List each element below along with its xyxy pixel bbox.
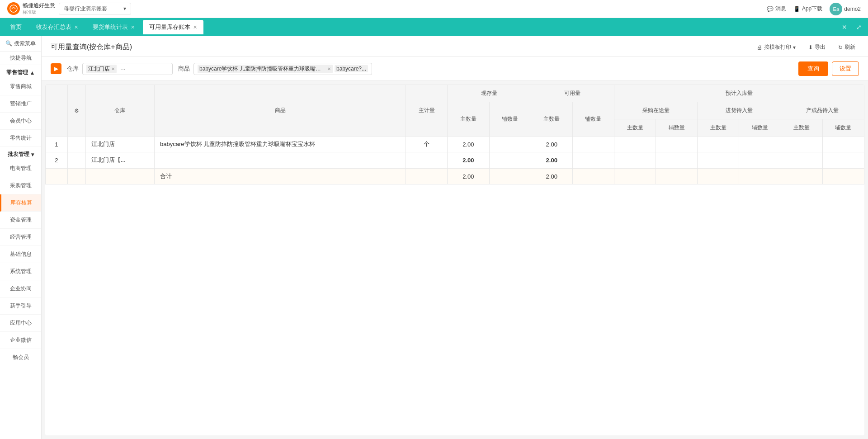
search-icon: 🔍 <box>5 40 12 47</box>
sidebar-item-marketing[interactable]: 营销推广 <box>0 95 41 113</box>
cell-avail-aux <box>572 152 614 169</box>
sidebar-item-label: 库存核算 <box>10 199 32 207</box>
sidebar-quicknav-label: 快捷导航 <box>10 55 32 61</box>
footer-pur-transit-main <box>614 168 656 184</box>
tab-shoufacun[interactable]: 收发存汇总表 ✕ <box>30 20 85 34</box>
query-button[interactable]: 查询 <box>798 61 828 76</box>
sidebar-item-finance[interactable]: 资金管理 <box>0 212 41 229</box>
product-input[interactable]: babycare学饮杯 儿童防摔防撞吸管杯重力球吸嘴杯宝宝水杯 ✕ babyca… <box>193 63 372 75</box>
sidebar-item-retail-stats[interactable]: 零售统计 <box>0 130 41 147</box>
sidebar-item-weixin[interactable]: 企业微信 <box>0 332 41 349</box>
more-options-icon[interactable]: ··· <box>118 65 127 72</box>
sidebar-item-label: 应用中心 <box>10 319 32 327</box>
sidebar-item-new-guide[interactable]: 新手引导 <box>0 297 41 315</box>
footer-empty <box>406 168 448 184</box>
th-main-unit: 主计量 <box>406 85 448 137</box>
filter-actions: 查询 设置 <box>798 61 859 76</box>
cell-product <box>155 152 406 169</box>
cell-product-pending-aux <box>822 152 864 169</box>
cell-pur-transit-aux <box>656 152 698 169</box>
sidebar-item-inventory[interactable]: 库存核算 <box>0 194 41 212</box>
cell-stock-main: 2.00 <box>448 137 489 152</box>
tab-yaohuo[interactable]: 要货单统计表 ✕ <box>86 20 141 34</box>
inventory-table: ⚙ 仓库 商品 主计量 现存量 可用量 预计入库量 主数量 辅数量 主数量 辅数… <box>45 85 864 184</box>
sidebar-item-ecommerce[interactable]: 电商管理 <box>0 160 41 177</box>
svg-point-0 <box>10 5 17 12</box>
app-download-action[interactable]: 📱 App下载 <box>793 5 822 13</box>
sidebar-quicknav[interactable]: 快捷导航 <box>0 52 41 65</box>
export-btn[interactable]: ⬇ 导出 <box>805 42 829 53</box>
table-container: ⚙ 仓库 商品 主计量 现存量 可用量 预计入库量 主数量 辅数量 主数量 辅数… <box>45 85 864 435</box>
sidebar: 🔍 搜索菜单 快捷导航 零售管理 ▲ 零售商城 营销推广 会员中心 零售统计 批… <box>0 36 42 439</box>
logo-area: 畅捷通好生意 标准版 <box>7 2 55 15</box>
th-seq <box>46 85 68 137</box>
product-tag-1: babycare学饮杯 儿童防摔防撞吸管杯重力球吸嘴杯宝宝水杯 ✕ <box>198 65 333 73</box>
sidebar-item-app-center[interactable]: 应用中心 <box>0 315 41 332</box>
top-header: 畅捷通好生意 标准版 母婴行业演示账套 ▾ 💬 消息 📱 App下载 Ea de… <box>0 0 868 18</box>
tab-keyongliang[interactable]: 可用量库存账本 ✕ <box>143 20 203 34</box>
th-settings[interactable]: ⚙ <box>67 85 85 137</box>
user-action[interactable]: Ea demo2 <box>830 3 861 15</box>
sidebar-item-purchase[interactable]: 采购管理 <box>0 177 41 194</box>
th-product-pending-aux: 辅数量 <box>822 119 864 137</box>
close-window-btn[interactable]: ✕ <box>839 23 850 32</box>
sidebar-item-label: 资金管理 <box>10 216 32 224</box>
sidebar-item-member[interactable]: 会员中心 <box>0 113 41 130</box>
chevron-down-icon: ▾ <box>793 44 796 51</box>
message-action[interactable]: 💬 消息 <box>767 5 786 13</box>
nav-tabs-bar: 首页 收发存汇总表 ✕ 要货单统计表 ✕ 可用量库存账本 ✕ ✕ ⤢ <box>0 18 868 36</box>
remove-tag-btn[interactable]: ✕ <box>111 66 115 71</box>
warehouse-input[interactable]: 江北门店 ✕ ··· <box>82 63 173 75</box>
footer-empty <box>46 168 68 184</box>
close-icon[interactable]: ✕ <box>131 24 135 30</box>
table-row: 1 江北门店 babycare学饮杯 儿童防摔防撞吸管杯重力球吸嘴杯宝宝水杯 个… <box>46 137 864 152</box>
cell-unit <box>406 152 448 169</box>
filter-toggle-btn[interactable]: ▶ <box>51 63 61 74</box>
sidebar-item-wholesale-mgmt[interactable]: 批发管理 ▾ <box>0 147 41 160</box>
close-icon[interactable]: ✕ <box>74 24 78 30</box>
sidebar-item-retail-mall[interactable]: 零售商城 <box>0 78 41 95</box>
sidebar-item-operations[interactable]: 经营管理 <box>0 229 41 246</box>
sidebar-search[interactable]: 🔍 搜索菜单 <box>0 36 41 52</box>
sidebar-item-label: 批发管理 <box>8 151 29 158</box>
nav-right-controls: ✕ ⤢ <box>839 23 864 32</box>
tab-shoufacun-label: 收发存汇总表 <box>36 23 71 31</box>
cell-stock-aux <box>489 137 531 152</box>
th-stock-aux: 辅数量 <box>489 102 531 137</box>
print-template-btn[interactable]: 🖨 按模板打印 ▾ <box>753 42 799 53</box>
cell-pur-transit-main <box>614 152 656 169</box>
sidebar-item-label: 零售商城 <box>10 83 32 90</box>
industry-selector[interactable]: 母婴行业演示账套 ▾ <box>59 3 131 15</box>
sidebar-search-label: 搜索菜单 <box>14 40 36 47</box>
th-forecast-in: 预计入库量 <box>614 85 864 102</box>
cell-stock-main: 2.00 <box>448 152 489 169</box>
cell-unit: 个 <box>406 137 448 152</box>
footer-avail-aux <box>572 168 614 184</box>
footer-label: 合计 <box>155 168 406 184</box>
settings-button[interactable]: 设置 <box>832 61 859 76</box>
sidebar-item-enterprise[interactable]: 企业协同 <box>0 280 41 297</box>
tab-home[interactable]: 首页 <box>4 23 28 31</box>
footer-stock-main: 2.00 <box>448 168 489 184</box>
tab-yaohuo-label: 要货单统计表 <box>93 23 128 31</box>
sidebar-item-label: 采购管理 <box>10 182 32 189</box>
cell-settings <box>67 152 85 169</box>
close-icon[interactable]: ✕ <box>193 24 197 30</box>
sidebar-item-vip[interactable]: 畅会员 <box>0 349 41 366</box>
sidebar-item-retail-mgmt[interactable]: 零售管理 ▲ <box>0 65 41 78</box>
th-product-pending-main: 主数量 <box>781 119 822 137</box>
page-actions: 🖨 按模板打印 ▾ ⬇ 导出 ↻ 刷新 <box>753 42 859 53</box>
th-pur-transit: 采购在途量 <box>614 102 697 119</box>
page-title: 可用量查询(按仓库+商品) <box>51 42 132 52</box>
refresh-label: 刷新 <box>844 43 855 51</box>
export-label: 导出 <box>815 43 826 51</box>
footer-product-pending-aux <box>822 168 864 184</box>
sidebar-item-basic-info[interactable]: 基础信息 <box>0 246 41 263</box>
refresh-btn[interactable]: ↻ 刷新 <box>835 42 859 53</box>
maximize-btn[interactable]: ⤢ <box>854 23 864 32</box>
remove-tag-btn[interactable]: ✕ <box>327 66 331 71</box>
sidebar-item-system[interactable]: 系统管理 <box>0 263 41 280</box>
chevron-down-icon: ▾ <box>123 5 126 12</box>
page-title-row: 可用量查询(按仓库+商品) 🖨 按模板打印 ▾ ⬇ 导出 ↻ 刷新 <box>51 42 859 57</box>
logo-sub: 标准版 <box>23 9 55 15</box>
